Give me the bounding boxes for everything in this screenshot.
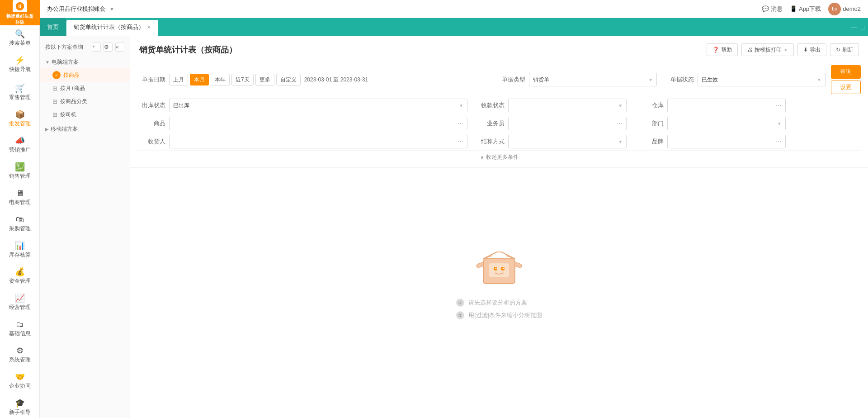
sidebar-item-ops[interactable]: 📈 经营管理	[0, 290, 39, 316]
scheme-group-mobile-header[interactable]: ▶ 移动端方案	[40, 123, 130, 135]
help-btn[interactable]: ❓ 帮助	[707, 43, 738, 56]
sidebar-item-guide[interactable]: 🎓 新手引导	[0, 394, 39, 418]
sidebar-item-ops-label: 经营管理	[9, 304, 31, 311]
tab-spacer	[158, 18, 848, 36]
mobile-expand-arrow: ▶	[45, 127, 49, 132]
warehouse-status-display: 已出库 ▼	[169, 99, 467, 112]
right-panel: 销货单统计计表（按商品） ❓ 帮助 🖨 按模板打印 ▼ ⬇ 导出	[130, 36, 868, 418]
receipt-status-wrap[interactable]: ▼	[508, 99, 627, 112]
sidebar-item-marketing[interactable]: 📣 营销推广	[0, 132, 39, 158]
brand-input[interactable]: ···	[667, 135, 786, 148]
ecom-icon: 🖥	[16, 189, 24, 197]
maximize-icon[interactable]: □	[861, 24, 864, 31]
date-btn-this-year[interactable]: 本年	[211, 74, 230, 86]
receipt-status-display: ▼	[508, 99, 627, 112]
receipt-status-arrow: ▼	[618, 103, 623, 108]
logo-icon	[13, 0, 27, 12]
filter-doc-status-col: 单据状态 已生效 ▼	[666, 73, 826, 86]
warehouse-status-wrap[interactable]: 已出库 ▼	[169, 99, 467, 112]
sidebar-item-purchase-label: 采购管理	[9, 225, 31, 233]
purchase-icon: 🛍	[16, 215, 24, 223]
sidebar-item-purchase[interactable]: 🛍 采购管理	[0, 211, 39, 237]
sidebar-item-search-label: 搜索菜单	[9, 39, 31, 47]
warehouse2-input[interactable]: ···	[667, 99, 786, 112]
settings-scheme-btn[interactable]: ⚙	[104, 43, 113, 52]
basic-icon: 🗂	[16, 320, 24, 328]
filter-receiver-col: 收货人 ···	[137, 135, 467, 148]
settle-wrap[interactable]: ▼	[508, 135, 627, 148]
app-download-btn[interactable]: 📱 App下载	[790, 5, 821, 13]
date-btn-custom[interactable]: 自定义	[276, 74, 301, 86]
filter-receipt-status-col: 收款状态 ▼	[476, 99, 627, 112]
scheme-item-by-cashier[interactable]: ⊞ 按司机	[40, 108, 130, 121]
salesperson-input[interactable]: ···	[508, 117, 627, 130]
add-scheme-btn[interactable]: +	[92, 43, 101, 52]
search-button[interactable]: 查询	[831, 65, 861, 79]
message-btn[interactable]: 💬 消息	[762, 5, 783, 13]
filter-brand-col: 品牌 ···	[636, 135, 786, 148]
pc-group-label: 电脑端方案	[52, 58, 79, 66]
scheme-group-pc-header[interactable]: ▼ 电脑端方案	[40, 56, 130, 68]
top-header: 办公用品行业模拟账套 ▼ 💬 消息 📱 App下载 Ea demo2	[40, 0, 868, 18]
sidebar-item-system[interactable]: ⚙ 系统管理	[0, 342, 39, 368]
active-scheme-dot: ✓	[52, 71, 61, 79]
empty-illustration	[472, 238, 526, 293]
sidebar-item-basic[interactable]: 🗂 基础信息	[0, 316, 39, 342]
print-btn[interactable]: 🖨 按模板打印 ▼	[741, 43, 794, 56]
pc-expand-arrow: ▼	[45, 60, 50, 65]
doc-type-select-wrap[interactable]: 销货单 ▼	[529, 73, 657, 86]
scheme-item-by-goods[interactable]: ✓ 按商品	[40, 68, 130, 82]
sidebar-item-search[interactable]: 🔍 搜索菜单	[0, 25, 39, 52]
date-btn-this-month[interactable]: 本月	[190, 74, 209, 86]
export-btn[interactable]: ⬇ 导出	[797, 43, 826, 56]
doc-status-select-wrap[interactable]: 已生效 ▼	[698, 73, 826, 86]
settings-button[interactable]: 设置	[831, 81, 861, 94]
scheme-item-by-category[interactable]: ⊞ 按商品分类	[40, 95, 130, 108]
sidebar-item-quick-nav[interactable]: ⚡ 快捷导航	[0, 52, 39, 78]
date-btn-more[interactable]: 更多	[255, 74, 274, 86]
goods-dots: ···	[458, 119, 463, 128]
settings-icon: ⚙	[104, 44, 112, 50]
retail-icon: 🛒	[15, 84, 25, 92]
sidebar-item-finance[interactable]: 💰 资金管理	[0, 263, 39, 290]
app-icon: 📱	[790, 5, 797, 12]
collapse-more-btn[interactable]: ∧ 收起更多条件	[137, 150, 861, 164]
minimize-icon[interactable]: —	[851, 24, 857, 31]
filter-row-2: 出库状态 已出库 ▼ 收款状态 ▼	[137, 99, 861, 112]
tab-bar: 首页 销货单统计计表（按商品） × — □	[40, 18, 868, 36]
sidebar-item-ecom[interactable]: 🖥 电商管理	[0, 185, 39, 211]
tab-sales-stats[interactable]: 销货单统计计表（按商品） ×	[66, 20, 158, 36]
scheme-group-mobile: ▶ 移动端方案	[40, 123, 130, 135]
refresh-icon: ↻	[836, 47, 840, 53]
receiver-input[interactable]: ···	[169, 135, 467, 148]
print-arrow: ▼	[783, 48, 788, 52]
collapse-label: 收起更多条件	[486, 153, 519, 161]
sidebar-item-sales-mgmt[interactable]: 💹 销售管理	[0, 158, 39, 185]
dept-wrap[interactable]: ▼	[667, 117, 786, 130]
sidebar-item-wholesale[interactable]: 📦 批发管理	[0, 106, 39, 132]
date-btn-last-month[interactable]: 上月	[169, 74, 188, 86]
sidebar-item-inventory[interactable]: 📊 库存核算	[0, 237, 39, 263]
doc-status-arrow: ▼	[817, 77, 821, 82]
tab-window-actions: — □	[848, 18, 868, 36]
dept-arrow: ▼	[777, 121, 782, 126]
tab-close-btn[interactable]: ×	[147, 24, 151, 31]
user-area[interactable]: Ea demo2	[828, 3, 861, 15]
date-btn-7days[interactable]: 近7天	[231, 74, 254, 86]
refresh-btn[interactable]: ↻ 刷新	[830, 43, 859, 56]
export-icon: ⬇	[803, 47, 808, 53]
collapse-panel-btn[interactable]: «	[115, 43, 124, 52]
workspace-arrow[interactable]: ▼	[109, 6, 114, 12]
goods-input[interactable]: ···	[169, 117, 467, 130]
sidebar-item-corp[interactable]: 🤝 企业协同	[0, 368, 39, 394]
scheme-by-category-label: 按商品分类	[60, 98, 87, 105]
finance-icon: 💰	[15, 268, 25, 276]
scheme-item-by-month-goods[interactable]: ⊞ 按月+商品	[40, 82, 130, 95]
sidebar-item-retail[interactable]: 🛒 零售管理	[0, 80, 39, 106]
tab-home[interactable]: 首页	[40, 18, 66, 36]
doc-type-label: 单据类型	[497, 76, 529, 84]
page-title: 销货单统计计表（按商品）	[139, 44, 237, 55]
filter-dept-col: 部门 ▼	[636, 117, 786, 130]
sidebar-item-wholesale-label: 批发管理	[9, 120, 31, 128]
header-actions: 💬 消息 📱 App下载 Ea demo2	[762, 3, 861, 15]
